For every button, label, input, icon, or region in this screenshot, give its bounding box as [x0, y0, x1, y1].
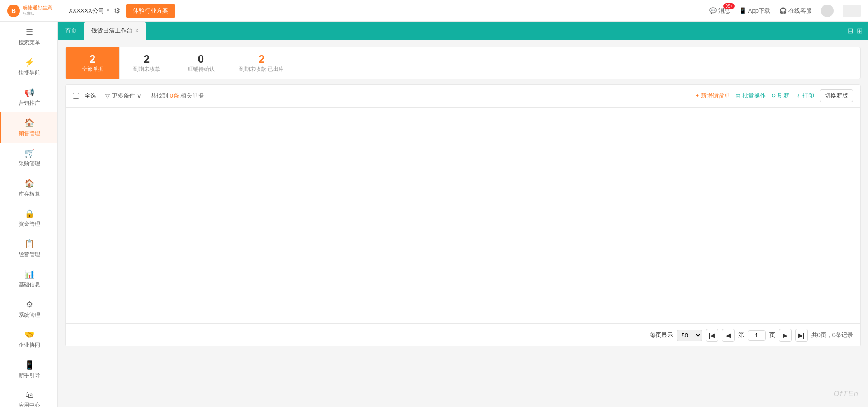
- sidebar-label-sales: 销售管理: [19, 130, 40, 137]
- app-download-label: App下载: [748, 7, 770, 15]
- user-name-area[interactable]: [843, 5, 861, 17]
- sidebar-item-search-menu[interactable]: ☰ 搜索菜单: [0, 22, 57, 52]
- data-table-area: [66, 107, 860, 324]
- pagination-bar: 每页显示 50 20 100 |◀ ◀ 第 页 ▶ ▶| 共0页，0条记录: [66, 324, 860, 346]
- settings-icon[interactable]: ⚙: [114, 6, 120, 15]
- select-all-checkbox[interactable]: [73, 93, 79, 99]
- sidebar-item-basic-info[interactable]: 📊 基础信息: [0, 264, 57, 294]
- operation-icon: 📋: [24, 239, 34, 249]
- sidebar-label-inventory: 库存核算: [19, 190, 40, 198]
- watermark: OfTEn: [834, 390, 859, 398]
- tab-home[interactable]: 首页: [58, 22, 84, 40]
- online-service-button[interactable]: 🎧 在线客服: [779, 7, 812, 15]
- sidebar-item-inventory[interactable]: 🏠 库存核算: [0, 173, 57, 203]
- sidebar-label-quick-nav: 快捷导航: [19, 69, 40, 77]
- sidebar-item-sales[interactable]: 🏠 销售管理: [0, 112, 57, 143]
- purchase-icon: 🛒: [24, 148, 34, 158]
- switch-version-button[interactable]: 切换新版: [820, 89, 853, 102]
- headset-icon: 🎧: [779, 7, 787, 14]
- stats-tabs: 2 全部单据 2 到期未收款 0 旺铺待确认 2 到期未收款 已出库: [65, 47, 861, 79]
- sidebar-item-app-center[interactable]: 🛍 应用中心: [0, 385, 57, 407]
- tab-close-icon[interactable]: ×: [135, 28, 138, 34]
- add-sale-order-button[interactable]: + 新增销货单: [696, 92, 730, 100]
- filter-label: 更多条件: [112, 92, 135, 100]
- batch-operation-button[interactable]: ⊞ 批量操作: [736, 92, 766, 100]
- sidebar-label-finance: 资金管理: [19, 220, 40, 228]
- message-badge: 99: [723, 3, 734, 9]
- quick-nav-icon: ⚡: [24, 57, 34, 67]
- filter-icon: ▽: [105, 93, 110, 99]
- refresh-button[interactable]: ↺ 刷新: [771, 92, 790, 100]
- sidebar-item-enterprise-coop[interactable]: 🤝 企业协同: [0, 324, 57, 355]
- sidebar-item-newbie[interactable]: 📱 新手引导: [0, 355, 57, 385]
- sidebar-label-enterprise-coop: 企业协同: [19, 342, 40, 349]
- stats-count-1: 2: [131, 53, 163, 65]
- logo-area: B 畅捷通好生意 标准版: [7, 5, 65, 17]
- trial-button[interactable]: 体验行业方案: [126, 4, 175, 18]
- system-icon: ⚙: [26, 299, 33, 309]
- stats-tab-2[interactable]: 0 旺铺待确认: [174, 47, 228, 79]
- sidebar-label-system: 系统管理: [19, 311, 40, 319]
- stats-tab-1[interactable]: 2 到期未收款: [120, 47, 174, 79]
- logo-sub: 标准版: [23, 11, 52, 17]
- sidebar-label-app-center: 应用中心: [19, 402, 40, 407]
- per-page-select[interactable]: 50 20 100: [677, 330, 702, 341]
- first-page-button[interactable]: |◀: [706, 329, 718, 342]
- tab-qhdq[interactable]: 钱货日清工作台 ×: [84, 22, 146, 40]
- online-service-label: 在线客服: [788, 7, 812, 15]
- app-center-icon: 🛍: [25, 390, 33, 400]
- found-text: 共找到 0条 相关单据: [151, 92, 204, 100]
- sidebar-item-operation[interactable]: 📋 经营管理: [0, 234, 57, 264]
- minimize-icon[interactable]: ⊟: [847, 27, 853, 35]
- avatar[interactable]: [821, 5, 834, 17]
- message-button[interactable]: 💬 消息 99: [709, 7, 730, 15]
- stats-tab-3[interactable]: 2 到期未收款 已出库: [228, 47, 295, 79]
- stats-count-3: 2: [239, 53, 284, 65]
- company-selector[interactable]: XXXXXX公司 ▼: [69, 7, 110, 15]
- content-card: 全选 ▽ 更多条件 ∨ 共找到 0条 相关单据 + 新增销货单 ⊞ 批量操作 ↺: [65, 84, 861, 346]
- sidebar-item-purchase[interactable]: 🛒 采购管理: [0, 143, 57, 173]
- next-page-button[interactable]: ▶: [779, 329, 792, 342]
- print-label: 打印: [802, 92, 814, 99]
- sidebar-label-basic-info: 基础信息: [19, 281, 40, 289]
- logo-name: 畅捷通好生意: [23, 5, 52, 11]
- stats-label-2: 旺铺待确认: [188, 66, 215, 72]
- enterprise-coop-icon: 🤝: [24, 330, 34, 340]
- batch-icon: ⊞: [736, 93, 741, 99]
- expand-icon[interactable]: ⊞: [857, 27, 863, 35]
- inventory-icon: 🏠: [24, 178, 34, 188]
- header-right: 💬 消息 99 📱 App下载 🎧 在线客服: [709, 5, 861, 17]
- batch-label: 批量操作: [742, 92, 766, 100]
- found-suffix: 相关单据: [180, 92, 204, 99]
- toolbar: 全选 ▽ 更多条件 ∨ 共找到 0条 相关单据 + 新增销货单 ⊞ 批量操作 ↺: [66, 85, 860, 107]
- stats-count-2: 0: [185, 53, 217, 65]
- basic-info-icon: 📊: [24, 269, 34, 279]
- sidebar-item-system[interactable]: ⚙ 系统管理: [0, 294, 57, 324]
- print-icon: 🖨: [795, 92, 801, 99]
- refresh-icon: ↺: [771, 92, 776, 99]
- sidebar-label-search-menu: 搜索菜单: [19, 39, 40, 47]
- stats-label-0: 全部单据: [82, 66, 104, 72]
- filter-button[interactable]: ▽ 更多条件 ∨: [102, 90, 145, 102]
- page-number-input[interactable]: [748, 330, 766, 341]
- prev-page-button[interactable]: ◀: [722, 329, 735, 342]
- stats-label-3: 到期未收款 已出库: [239, 66, 284, 72]
- per-page-label: 每页显示: [650, 331, 673, 339]
- search-menu-icon: ☰: [26, 27, 33, 37]
- stats-tab-0[interactable]: 2 全部单据: [66, 47, 120, 79]
- message-icon: 💬: [709, 7, 717, 14]
- toolbar-right: + 新增销货单 ⊞ 批量操作 ↺ 刷新 🖨 打印 切换新版: [696, 89, 853, 102]
- sidebar-label-newbie: 新手引导: [19, 372, 40, 379]
- marketing-icon: 📢: [24, 88, 34, 98]
- print-button[interactable]: 🖨 打印: [795, 92, 814, 100]
- company-name: XXXXXX公司: [69, 7, 104, 15]
- nav-tab-right: ⊟ ⊞: [847, 27, 868, 35]
- sidebar-label-marketing: 营销推广: [19, 99, 40, 107]
- sidebar-item-marketing[interactable]: 📢 营销推广: [0, 82, 57, 112]
- sidebar-item-finance[interactable]: 🔒 资金管理: [0, 203, 57, 234]
- filter-arrow-icon: ∨: [137, 93, 142, 99]
- last-page-button[interactable]: ▶|: [795, 329, 808, 342]
- sidebar: ☰ 搜索菜单 ⚡ 快捷导航 📢 营销推广 🏠 销售管理 🛒 采购管理 🏠 库存核…: [0, 0, 58, 407]
- sidebar-item-quick-nav[interactable]: ⚡ 快捷导航: [0, 52, 57, 82]
- app-download-button[interactable]: 📱 App下载: [739, 7, 770, 15]
